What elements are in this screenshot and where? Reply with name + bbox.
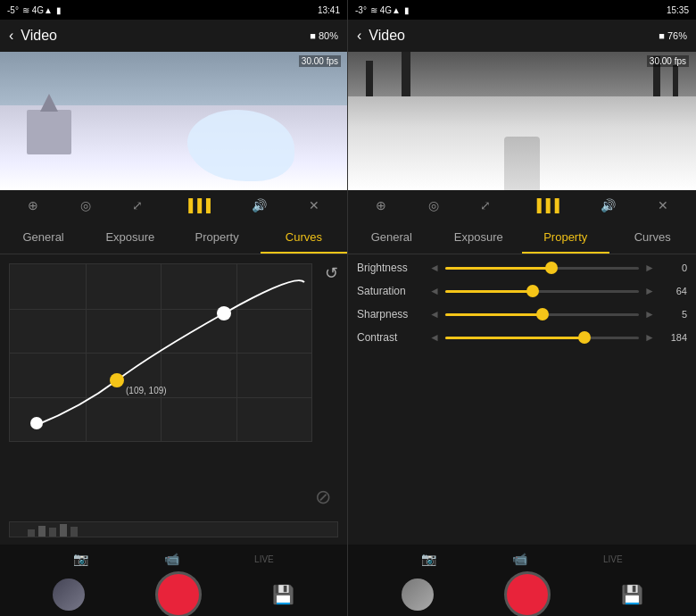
battery-icon-right: ▮ [404,5,410,15]
curve-svg: (109, 109) [10,264,313,443]
brightness-fill [445,267,551,270]
tab-exposure-right[interactable]: Exposure [435,221,523,254]
snow-scene-right [348,52,696,190]
saturation-arrow-right[interactable]: ► [644,285,655,297]
svg-rect-6 [70,527,78,537]
sharpness-thumb[interactable] [536,308,549,320]
volume-icon[interactable]: 🔊 [252,198,267,212]
saturation-row: Saturation ◄ ► 64 [357,285,687,297]
curve-point-2 [110,373,124,387]
back-button-right[interactable]: ‹ [357,28,361,44]
brightness-thumb[interactable] [545,262,558,274]
saturation-arrow-left[interactable]: ◄ [429,285,440,297]
contrast-arrow-left[interactable]: ◄ [429,331,440,344]
svg-rect-1 [10,522,331,537]
header-left: ‹ Video ■ 80% [0,20,347,52]
time-right: 15:35 [667,5,689,15]
histogram-bar [9,521,338,537]
brightness-track[interactable] [445,267,639,270]
sharpness-row: Sharpness ◄ ► 5 [357,308,687,320]
bottom-controls-left: 💾 [0,573,347,616]
tab-curves-left[interactable]: Curves [261,221,347,254]
svg-rect-2 [28,529,35,537]
curves-panel: ↺ (109, 109) ⊘ [0,254,347,545]
time-left: 13:41 [318,5,340,15]
tabs-right: General Exposure Property Curves [348,221,696,254]
bottom-bar-left: 📷 📹 LIVE 💾 [0,545,347,616]
brightness-label: Brightness [357,262,424,274]
tab-general-right[interactable]: General [348,221,435,254]
thumbnail-left[interactable] [53,579,85,611]
toolbar-right: ⊕ ◎ ⤢ ▐▐▐ 🔊 ✕ [348,190,696,221]
sharpness-label: Sharpness [357,308,424,320]
chart-icon-right[interactable]: ▐▐▐ [533,198,559,212]
fps-right: 30.00 fps [647,55,689,67]
tab-property-left[interactable]: Property [174,221,261,254]
record-button-left[interactable] [155,571,202,616]
video-title-right: Video [369,28,405,44]
bottom-controls-right: 💾 [348,573,696,616]
left-panel: -5° ≋ 4G▲ ▮ 13:41 ‹ Video ■ 80% 30.00 fp… [0,0,348,616]
curve-point-1 [30,417,43,429]
contrast-value: 184 [660,332,687,343]
camera-mode-icon-right[interactable]: 📷 [421,552,436,566]
close-icon[interactable]: ✕ [309,198,319,212]
sharpness-arrow-right[interactable]: ► [644,308,655,320]
video-preview-left: 30.00 fps [0,52,348,190]
volume-icon-right[interactable]: 🔊 [601,198,616,212]
record-button-right[interactable] [504,571,551,616]
tab-property-right[interactable]: Property [522,221,609,254]
vr-icon[interactable]: ◎ [80,198,91,212]
close-icon-right[interactable]: ✕ [658,198,668,212]
tab-exposure-left[interactable]: Exposure [87,221,173,254]
tab-general-left[interactable]: General [0,221,87,254]
sharpness-track[interactable] [445,313,639,316]
share-icon-right[interactable]: ⊕ [376,198,386,212]
toolbar-left: ⊕ ◎ ⤢ ▐▐▐ 🔊 ✕ [0,190,347,221]
contrast-arrow-right[interactable]: ► [644,331,655,344]
right-panel: -3° ≋ 4G▲ ▮ 15:35 ‹ Video ■ 76% [348,0,696,616]
tab-curves-right[interactable]: Curves [609,221,697,254]
saturation-thumb[interactable] [526,285,539,297]
sharpness-arrow-left[interactable]: ◄ [429,308,440,320]
brightness-arrow-right[interactable]: ► [644,262,655,274]
signal-right: ≋ 4G▲ [370,5,401,15]
fps-left: 30.00 fps [299,55,341,67]
contrast-row: Contrast ◄ ► 184 [357,331,687,344]
svg-text:(109, 109): (109, 109) [126,386,167,395]
share-icon[interactable]: ⊕ [28,198,38,212]
bottom-icons-right: 📷 📹 LIVE [348,545,696,573]
video-mode-icon-right[interactable]: 📹 [512,552,527,566]
vr-icon-right[interactable]: ◎ [428,198,439,212]
video-preview-right: 30.00 fps [348,52,696,190]
save-button-right[interactable]: 💾 [621,584,643,605]
save-button-left[interactable]: 💾 [272,584,294,605]
video-title-left: Video [21,28,57,44]
chart-icon[interactable]: ▐▐▐ [184,198,211,212]
svg-rect-4 [49,528,56,537]
bottom-bar-right: 📷 📹 LIVE 💾 [348,545,696,616]
header-right: ‹ Video ■ 76% [348,20,696,52]
tabs-left: General Exposure Property Curves [0,221,347,254]
contrast-track[interactable] [445,337,639,339]
video-mode-icon[interactable]: 📹 [164,552,179,566]
live-mode-icon[interactable]: LIVE [254,554,274,564]
camera-mode-icon[interactable]: 📷 [73,552,88,566]
saturation-track[interactable] [445,290,639,293]
status-bar-left: -5° ≋ 4G▲ ▮ 13:41 [0,0,347,20]
brightness-arrow-left[interactable]: ◄ [429,262,440,274]
property-panel: Brightness ◄ ► 0 Saturation ◄ ► 64 Sharp… [348,254,696,545]
saturation-fill [445,290,533,293]
contrast-thumb[interactable] [578,331,591,344]
bottom-icons-left: 📷 📹 LIVE [0,545,347,573]
back-button-left[interactable]: ‹ [9,28,13,44]
expand-icon[interactable]: ⤢ [132,198,143,212]
svg-rect-5 [60,524,67,537]
curves-reset-button[interactable]: ↺ [325,263,338,283]
expand-icon-right[interactable]: ⤢ [480,198,491,212]
sharpness-value: 5 [660,309,687,320]
sharpness-fill [445,313,543,316]
thumbnail-right[interactable] [402,579,434,611]
curves-canvas[interactable]: (109, 109) [9,263,312,442]
live-mode-icon-right[interactable]: LIVE [603,554,623,564]
